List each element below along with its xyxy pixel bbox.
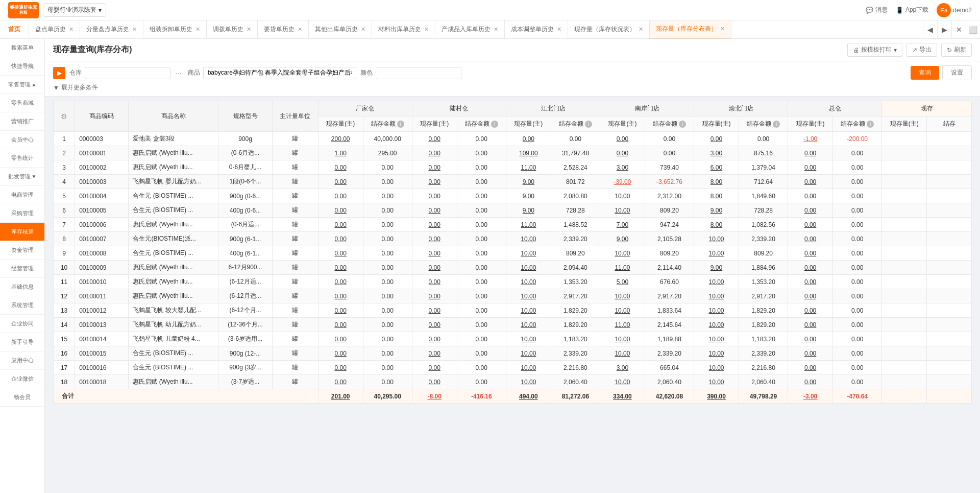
info-icon[interactable]: i	[491, 121, 498, 128]
cell-na-qty[interactable]: 10.00	[600, 332, 645, 346]
cell-lc-qty[interactable]: 0.00	[412, 275, 457, 289]
tab-close-icon[interactable]: ✕	[132, 26, 137, 33]
info-icon[interactable]: i	[773, 121, 780, 128]
cell-fw-qty[interactable]: 0.00	[318, 332, 363, 346]
tab-transfer[interactable]: 调拨单历史 ✕	[207, 20, 258, 39]
tab-close-icon[interactable]: ✕	[720, 26, 725, 32]
sidebar-item-retail-store[interactable]: 零售商城	[0, 94, 44, 112]
info-icon[interactable]: i	[397, 121, 404, 128]
cell-lc-qty[interactable]: 0.00	[412, 232, 457, 246]
cell-yb-qty[interactable]: 8.00	[694, 218, 739, 232]
cell-fw-qty[interactable]: 0.00	[318, 232, 363, 246]
cell-na-qty[interactable]: 5.00	[600, 275, 645, 289]
cell-na-qty[interactable]: 10.00	[600, 289, 645, 303]
cell-total-qty[interactable]: 0.00	[788, 246, 833, 261]
cell-lc-qty[interactable]: 0.00	[412, 332, 457, 346]
cell-total-qty[interactable]: 0.00	[788, 289, 833, 303]
message-btn[interactable]: 💬 消息	[866, 6, 888, 14]
tab-stock-status[interactable]: 现存量（库存状况表） ✕	[568, 20, 650, 39]
filter-collapse-btn[interactable]: ▶	[53, 67, 65, 79]
sidebar-item-purchase[interactable]: 采购管理	[0, 204, 44, 223]
cell-total-qty[interactable]: 0.00	[788, 261, 833, 275]
cell-na-qty[interactable]: 10.00	[600, 189, 645, 203]
cell-yb-qty[interactable]: 3.00	[694, 146, 739, 160]
cell-lc-qty[interactable]: 0.00	[412, 189, 457, 203]
tab-close-icon[interactable]: ✕	[298, 26, 302, 33]
tab-inventory-count[interactable]: 盘点单历史 ✕	[29, 20, 80, 39]
sidebar-item-members-plus[interactable]: 畅会员	[0, 388, 44, 407]
cell-yb-qty[interactable]: 10.00	[694, 375, 739, 389]
tab-close-icon[interactable]: ✕	[69, 26, 74, 33]
tab-material-out[interactable]: 材料出库单历史 ✕	[372, 20, 435, 39]
sidebar-item-marketing[interactable]: 营销推广	[0, 112, 44, 131]
tab-close-icon[interactable]: ✕	[247, 26, 251, 33]
cell-yb-qty[interactable]: 8.00	[694, 189, 739, 203]
tab-product-in[interactable]: 产成品入库单历史 ✕	[435, 20, 505, 39]
cell-total-qty[interactable]: 0.00	[788, 375, 833, 389]
user-profile[interactable]: Ea demo2	[937, 3, 972, 17]
cell-yb-qty[interactable]: 10.00	[694, 318, 739, 332]
summary-fw-qty[interactable]: 201.00	[318, 389, 363, 404]
cell-yb-qty[interactable]: 10.00	[694, 303, 739, 318]
sidebar-item-member[interactable]: 会员中心	[0, 131, 44, 149]
print-btn[interactable]: 🖨 按模板打印 ▾	[847, 43, 902, 57]
color-input[interactable]	[376, 67, 461, 79]
cell-na-qty[interactable]: 3.00	[600, 361, 645, 375]
sidebar-item-enterprise-wechat[interactable]: 企业微信	[0, 370, 44, 388]
cell-total-qty[interactable]: 0.00	[788, 160, 833, 175]
cell-total-qty[interactable]: 0.00	[788, 275, 833, 289]
expand-conditions[interactable]: ▼ 展开更多条件	[53, 83, 972, 92]
cell-jb-qty[interactable]: 10.00	[506, 346, 551, 361]
cell-total-qty[interactable]: 0.00	[788, 189, 833, 203]
cell-lc-qty[interactable]: 0.00	[412, 303, 457, 318]
summary-jb-qty[interactable]: 494.00	[506, 389, 551, 404]
cell-lc-qty[interactable]: 0.00	[412, 318, 457, 332]
cell-fw-qty[interactable]: 0.00	[318, 160, 363, 175]
cell-total-qty[interactable]: 0.00	[788, 218, 833, 232]
cell-yb-qty[interactable]: 9.00	[694, 203, 739, 218]
setting-btn[interactable]: 设置	[942, 65, 972, 80]
tab-combo-dismantle[interactable]: 组装拆卸单历史 ✕	[143, 20, 207, 39]
cell-jb-qty[interactable]: 10.00	[506, 275, 551, 289]
cell-jb-qty[interactable]: 10.00	[506, 375, 551, 389]
cell-na-qty[interactable]: 10.00	[600, 303, 645, 318]
sidebar-item-system[interactable]: 系统管理	[0, 296, 44, 315]
cell-yb-qty[interactable]: 6.00	[694, 160, 739, 175]
cell-na-qty[interactable]: 7.00	[600, 218, 645, 232]
cell-lc-qty[interactable]: 0.00	[412, 289, 457, 303]
cell-na-qty[interactable]: 10.00	[600, 203, 645, 218]
cell-yb-qty[interactable]: 10.00	[694, 232, 739, 246]
summary-na-qty[interactable]: 334.00	[600, 389, 645, 404]
cell-jb-qty[interactable]: 109.00	[506, 146, 551, 160]
tab-prev-btn[interactable]: ◀	[923, 20, 937, 39]
cell-fw-qty[interactable]: 0.00	[318, 203, 363, 218]
cell-lc-qty[interactable]: 0.00	[412, 160, 457, 175]
cell-yb-qty[interactable]: 10.00	[694, 361, 739, 375]
sidebar-item-base-info[interactable]: 基础信息	[0, 278, 44, 296]
cell-jb-qty[interactable]: 10.00	[506, 289, 551, 303]
cell-fw-qty[interactable]: 0.00	[318, 346, 363, 361]
tab-close-icon[interactable]: ✕	[195, 26, 200, 33]
tab-close-icon[interactable]: ✕	[557, 26, 561, 33]
sidebar-item-retail-stats[interactable]: 零售统计	[0, 149, 44, 168]
cell-na-qty[interactable]: 0.00	[600, 146, 645, 160]
cell-lc-qty[interactable]: 0.00	[412, 175, 457, 189]
cell-jb-qty[interactable]: 9.00	[506, 203, 551, 218]
sidebar-item-enterprise-collab[interactable]: 企业协同	[0, 315, 44, 333]
cell-fw-qty[interactable]: 0.00	[318, 318, 363, 332]
summary-lc-qty[interactable]: -8.00	[412, 389, 457, 404]
cell-total-qty[interactable]: 0.00	[788, 175, 833, 189]
cell-na-qty[interactable]: 0.00	[600, 132, 645, 146]
cell-na-qty[interactable]: 11.00	[600, 261, 645, 275]
info-icon[interactable]: i	[867, 121, 874, 128]
sidebar-item-app-center[interactable]: 应用中心	[0, 351, 44, 370]
cell-jb-qty[interactable]: 10.00	[506, 246, 551, 261]
cell-fw-qty[interactable]: 200.00	[318, 132, 363, 146]
cell-lc-qty[interactable]: 0.00	[412, 261, 457, 275]
sidebar-item-search[interactable]: 搜索英单	[0, 39, 44, 57]
tab-other-out[interactable]: 其他出库单历史 ✕	[309, 20, 372, 39]
app-download-btn[interactable]: 📱 App下载	[896, 6, 928, 14]
cell-yb-qty[interactable]: 0.00	[694, 132, 739, 146]
cell-yb-qty[interactable]: 10.00	[694, 246, 739, 261]
cell-fw-qty[interactable]: 0.00	[318, 303, 363, 318]
